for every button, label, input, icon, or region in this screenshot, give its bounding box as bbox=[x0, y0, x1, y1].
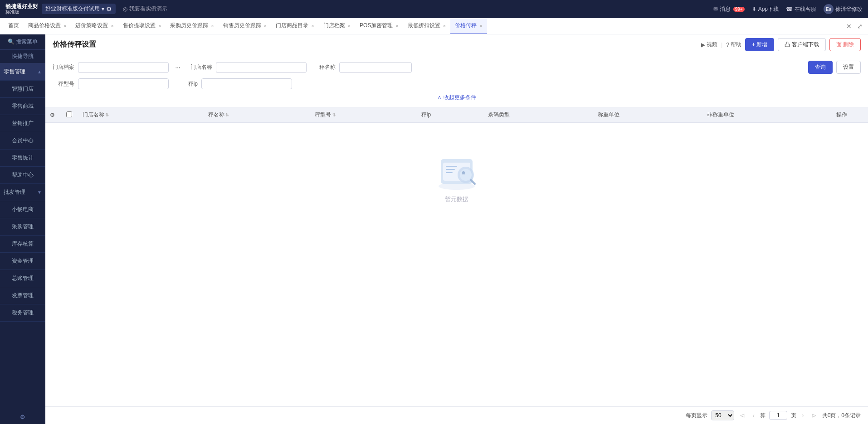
tab-purchase-history[interactable]: 采购历史价跟踪 × bbox=[166, 18, 218, 34]
filter-area: 门店档案 ··· 门店名称 秤名称 查询 设置 bbox=[45, 55, 868, 107]
filter-row-1: 门店档案 ··· 门店名称 秤名称 查询 设置 bbox=[53, 61, 861, 74]
sidebar-quick-nav[interactable]: 快捷导航 bbox=[0, 50, 45, 63]
download-client-button[interactable]: 凸 客户端下载 bbox=[778, 38, 825, 51]
close-tab-store-catalog[interactable]: × bbox=[311, 23, 314, 29]
page-size-select[interactable]: 50 10 20 100 bbox=[711, 410, 734, 420]
th-operation: 操作 bbox=[832, 107, 868, 123]
main-layout: 🔍 搜索菜单 快捷导航 零售管理 ▲ 智慧门店 零售商城 营销推广 会员中心 零… bbox=[0, 34, 868, 424]
th-checkbox bbox=[62, 107, 78, 123]
tab-price-transfer[interactable]: 价格传秤 × bbox=[450, 18, 487, 34]
close-tab-min-discount[interactable]: × bbox=[443, 23, 446, 29]
tab-sale-history[interactable]: 销售历史价跟踪 × bbox=[219, 18, 271, 34]
query-button[interactable]: 查询 bbox=[808, 61, 833, 74]
tab-min-discount[interactable]: 最低折扣设置 × bbox=[403, 18, 450, 34]
scale-model-input[interactable] bbox=[78, 78, 169, 89]
table-gear-icon[interactable]: ⚙ bbox=[50, 112, 55, 118]
store-profile-input[interactable] bbox=[78, 62, 169, 73]
messages-action[interactable]: ✉ 消息 99+ bbox=[713, 5, 745, 13]
sidebar-item-wholesale-mgmt[interactable]: 批发管理 ▼ bbox=[0, 184, 45, 201]
close-tab-sale-price[interactable]: × bbox=[158, 23, 161, 29]
th-weight-unit: 称重单位 bbox=[593, 107, 703, 123]
expand-tabs-btn[interactable]: ⤢ bbox=[855, 22, 864, 31]
sidebar: 🔍 搜索菜单 快捷导航 零售管理 ▲ 智慧门店 零售商城 营销推广 会员中心 零… bbox=[0, 34, 45, 424]
tab-store-profile[interactable]: 门店档案 × bbox=[319, 18, 355, 34]
select-all-checkbox[interactable] bbox=[66, 111, 72, 117]
sidebar-item-retail-mall[interactable]: 零售商城 bbox=[0, 98, 45, 115]
sidebar-item-member-center[interactable]: 会员中心 bbox=[0, 132, 45, 149]
version-selector[interactable]: 好业财标准版交付试用 ▾ ⚙ bbox=[42, 4, 116, 14]
scale-ip-input[interactable] bbox=[201, 78, 292, 89]
store-profile-dots-btn[interactable]: ··· bbox=[172, 64, 183, 71]
user-info[interactable]: Ea 徐泽华修改 bbox=[824, 4, 863, 14]
close-all-tabs-btn[interactable]: ✕ bbox=[844, 22, 853, 31]
settings-icon[interactable]: ⚙ bbox=[106, 5, 112, 13]
sidebar-settings-btn[interactable]: ⚙ bbox=[0, 410, 45, 424]
sidebar-item-invoice-mgmt[interactable]: 发票管理 bbox=[0, 287, 45, 304]
help-link[interactable]: ? 帮助 bbox=[726, 41, 741, 48]
add-button[interactable]: + 新增 bbox=[745, 38, 774, 51]
filter-row-2: 秤型号 秤ip bbox=[53, 78, 861, 89]
filter-store-name: 门店名称 bbox=[190, 62, 307, 73]
sidebar-item-general-ledger[interactable]: 总账管理 bbox=[0, 270, 45, 287]
top-header: 畅捷通好业财 标准版 好业财标准版交付试用 ▾ ⚙ ◎ 我要看实例演示 ✉ 消息… bbox=[0, 0, 868, 18]
settings-filter-button[interactable]: 设置 bbox=[836, 61, 861, 74]
prev-page-btn[interactable]: ‹ bbox=[751, 411, 756, 420]
th-scale-name: 秤名称 ⇅ bbox=[204, 107, 310, 123]
delete-button[interactable]: 面 删除 bbox=[829, 38, 861, 51]
tab-sale-price[interactable]: 售价提取设置 × bbox=[118, 18, 166, 34]
first-page-btn[interactable]: ⊲ bbox=[738, 411, 747, 420]
online-service-action[interactable]: ☎ 在线客服 bbox=[786, 5, 816, 13]
sidebar-item-xiaochang-ecom[interactable]: 小畅电商 bbox=[0, 201, 45, 218]
sidebar-search[interactable]: 🔍 搜索菜单 bbox=[0, 34, 45, 50]
data-table: ⚙ 门店名称 ⇅ 秤名称 bbox=[45, 107, 868, 123]
sidebar-item-help-center[interactable]: 帮助中心 bbox=[0, 167, 45, 184]
empty-state: 暂元数据 bbox=[45, 123, 868, 231]
sidebar-item-tax-mgmt[interactable]: 税务管理 bbox=[0, 304, 45, 322]
close-tab-sale-history[interactable]: × bbox=[264, 23, 267, 29]
sort-store-name[interactable]: 门店名称 ⇅ bbox=[83, 111, 109, 119]
app-download-action[interactable]: ⬇ App下载 bbox=[752, 5, 779, 13]
th-scale-ip: 秤ip bbox=[417, 107, 483, 123]
play-icon: ◎ bbox=[123, 6, 127, 12]
sidebar-item-marketing[interactable]: 营销推广 bbox=[0, 115, 45, 132]
close-tab-store-profile[interactable]: × bbox=[348, 23, 351, 29]
sidebar-item-retail-mgmt[interactable]: 零售管理 ▲ bbox=[0, 63, 45, 81]
close-tab-price-settings[interactable]: × bbox=[63, 23, 66, 29]
tab-purchase-strategy[interactable]: 进价策略设置 × bbox=[71, 18, 118, 34]
page-number-input[interactable] bbox=[769, 411, 787, 420]
last-page-btn[interactable]: ⊳ bbox=[809, 411, 819, 420]
sidebar-item-purchase-mgmt[interactable]: 采购管理 bbox=[0, 218, 45, 236]
sidebar-item-smart-store[interactable]: 智慧门店 bbox=[0, 81, 45, 98]
scale-name-input[interactable] bbox=[339, 62, 412, 73]
content-area: 价格传秤设置 ▶ 视频 | ? 帮助 + 新增 凸 客户端下载 面 删除 bbox=[45, 34, 868, 424]
tab-pos-management[interactable]: POS加密管理 × bbox=[355, 18, 403, 34]
filter-scale-model: 秤型号 bbox=[53, 78, 169, 89]
collapse-filter-btn[interactable]: ∧ 收起更多条件 bbox=[53, 94, 861, 101]
close-tab-price-transfer[interactable]: × bbox=[479, 23, 482, 29]
th-scale-model: 秤型号 ⇅ bbox=[310, 107, 417, 123]
demo-link[interactable]: ◎ 我要看实例演示 bbox=[123, 5, 167, 13]
sort-icon: ⇅ bbox=[332, 112, 336, 117]
page-title: 价格传秤设置 bbox=[53, 40, 96, 49]
tab-price-settings[interactable]: 商品价格设置 × bbox=[24, 18, 71, 34]
gear-icon: ⚙ bbox=[20, 414, 25, 420]
close-tab-purchase-history[interactable]: × bbox=[211, 23, 214, 29]
tab-controls: ✕ ⤢ bbox=[844, 22, 864, 31]
close-tab-pos-management[interactable]: × bbox=[395, 23, 398, 29]
sort-icon: ⇅ bbox=[225, 112, 229, 117]
download-icon: ⬇ bbox=[752, 6, 756, 12]
app-logo: 畅捷通好业财 标准版 bbox=[5, 3, 38, 15]
next-page-btn[interactable]: › bbox=[800, 411, 806, 420]
th-non-weight-unit: 非称重单位 bbox=[702, 107, 832, 123]
close-tab-purchase-strategy[interactable]: × bbox=[111, 23, 113, 29]
sort-scale-name[interactable]: 秤名称 ⇅ bbox=[208, 111, 229, 119]
tab-home[interactable]: 首页 bbox=[4, 18, 24, 34]
tab-store-catalog[interactable]: 门店商品目录 × bbox=[271, 18, 318, 34]
filter-scale-ip: 秤ip bbox=[176, 78, 292, 89]
store-name-input[interactable] bbox=[216, 62, 307, 73]
video-link[interactable]: ▶ 视频 bbox=[701, 41, 717, 48]
sort-scale-model[interactable]: 秤型号 ⇅ bbox=[315, 111, 336, 119]
sidebar-item-retail-stats[interactable]: 零售统计 bbox=[0, 149, 45, 167]
sidebar-item-finance[interactable]: 资金管理 bbox=[0, 253, 45, 270]
sidebar-item-inventory[interactable]: 库存核算 bbox=[0, 236, 45, 253]
